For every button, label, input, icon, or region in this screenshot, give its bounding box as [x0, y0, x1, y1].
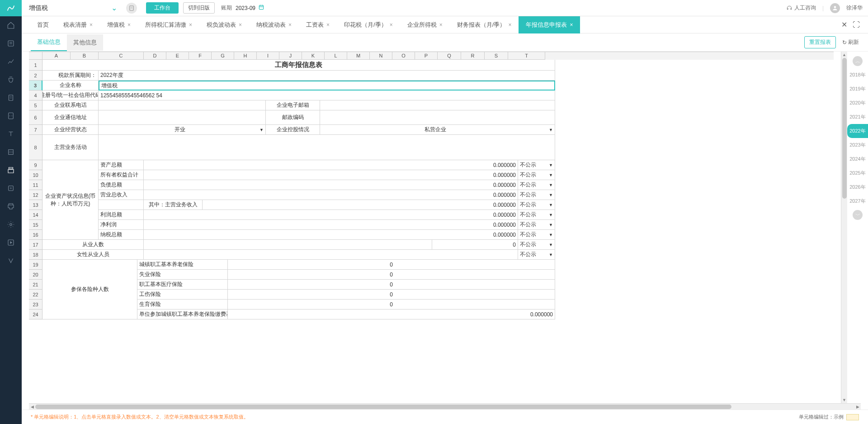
consult-button[interactable]: 人工咨询 — [786, 4, 816, 12]
row-header[interactable]: 8 — [29, 135, 42, 160]
row-header[interactable]: 13 — [29, 200, 42, 210]
user-avatar-icon[interactable] — [830, 3, 840, 13]
col-header[interactable]: E — [166, 52, 189, 60]
year-item[interactable]: 2024年 — [847, 152, 868, 166]
col-header[interactable]: K — [302, 52, 325, 60]
cell[interactable]: 0 — [228, 280, 555, 290]
cell[interactable] — [320, 100, 555, 110]
tab-0[interactable]: 首页 — [30, 16, 56, 33]
scroll-up-icon[interactable]: ▲ — [841, 52, 847, 58]
sidebar-settings-icon[interactable] — [0, 215, 22, 233]
cell[interactable]: 邮政编码 — [266, 110, 320, 125]
select-cell[interactable]: 不公示▼ — [518, 250, 555, 260]
cell[interactable]: 0.000000 — [144, 180, 518, 190]
scroll-thumb-v[interactable] — [842, 58, 847, 199]
year-item[interactable]: 2022年 — [847, 124, 868, 138]
cell[interactable] — [144, 250, 518, 260]
row-header[interactable]: 14 — [29, 210, 42, 220]
year-scroll-up-icon[interactable]: ︿ — [853, 56, 863, 66]
row-header[interactable]: 9 — [29, 160, 42, 170]
cell[interactable]: 净利润 — [99, 220, 144, 230]
cell[interactable]: 负债总额 — [99, 180, 144, 190]
col-header[interactable]: L — [325, 52, 347, 60]
cell[interactable] — [99, 200, 144, 210]
row-header[interactable]: 2 — [29, 71, 42, 81]
tabs-close-icon[interactable]: ✕ — [841, 20, 847, 29]
select-cell[interactable]: 私营企业▼ — [320, 125, 555, 135]
row-header[interactable]: 5 — [29, 100, 42, 110]
tab-close-icon[interactable]: × — [288, 22, 292, 28]
sidebar-export-icon[interactable] — [0, 179, 22, 197]
sidebar-tax-icon[interactable] — [0, 143, 22, 161]
cell[interactable]: 主营业务活动 — [42, 135, 99, 160]
col-header[interactable]: R — [461, 52, 485, 60]
row-header[interactable]: 1 — [29, 60, 42, 71]
year-item[interactable]: 2026年 — [847, 180, 868, 194]
cell[interactable]: 失业保险 — [137, 270, 228, 280]
cell[interactable]: 0 — [228, 300, 555, 310]
scroll-left-icon[interactable]: ◀ — [29, 404, 35, 410]
select-cell[interactable]: 不公示▼ — [518, 220, 555, 230]
col-header[interactable]: N — [370, 52, 392, 60]
col-header[interactable]: B — [71, 52, 99, 60]
sidebar-print-icon[interactable] — [0, 197, 22, 215]
year-item[interactable]: 2021年 — [847, 110, 868, 124]
tab-9[interactable]: 财务报表（月/季）× — [450, 16, 519, 33]
year-scroll-down-icon[interactable]: ﹀ — [853, 210, 863, 220]
cell[interactable]: 0.000000 — [228, 310, 555, 319]
tab-close-icon[interactable]: × — [127, 22, 131, 28]
doc-icon[interactable] — [126, 3, 137, 14]
cell[interactable]: 从业人数 — [42, 240, 144, 250]
sidebar-calc-icon[interactable] — [0, 107, 22, 125]
reset-report-button[interactable]: 重置报表 — [804, 36, 836, 48]
cell[interactable]: 0.000000 — [144, 210, 518, 220]
col-header[interactable]: T — [508, 52, 545, 60]
cell[interactable]: 增值税 — [99, 81, 555, 91]
row-header[interactable]: 22 — [29, 290, 42, 300]
cell[interactable]: 0.000000 — [144, 170, 518, 180]
row-header[interactable]: 17 — [29, 240, 42, 250]
col-header[interactable]: A — [42, 52, 71, 60]
cell[interactable] — [320, 110, 555, 125]
cell[interactable]: 其中：主营业务收入 — [144, 200, 203, 210]
cell[interactable]: 企业联系电话 — [42, 100, 99, 110]
sidebar-book-icon[interactable] — [0, 34, 22, 52]
cell[interactable]: 生育保险 — [137, 300, 228, 310]
cell[interactable] — [99, 110, 266, 125]
cell[interactable]: 0.000000 — [144, 220, 518, 230]
row-header[interactable]: 20 — [29, 270, 42, 280]
tab-10[interactable]: 年报信息申报表× — [519, 16, 580, 33]
sidebar-chart-icon[interactable] — [0, 52, 22, 71]
scroll-down-icon[interactable]: ▼ — [841, 397, 847, 403]
refresh-button[interactable]: ↻ 刷新 — [842, 38, 859, 46]
cell[interactable]: 企业名称 — [42, 81, 99, 91]
select-cell[interactable]: 不公示▼ — [518, 200, 555, 210]
col-header[interactable]: H — [234, 52, 257, 60]
select-cell[interactable]: 不公示▼ — [518, 210, 555, 220]
sidebar-jar-icon[interactable] — [0, 71, 22, 89]
row-header[interactable]: 6 — [29, 110, 42, 125]
select-cell[interactable]: 不公示▼ — [518, 180, 555, 190]
year-item[interactable]: 2020年 — [847, 96, 868, 110]
col-header[interactable]: J — [279, 52, 302, 60]
cell[interactable]: 所有者权益合计 — [99, 170, 144, 180]
tab-1[interactable]: 税表清册× — [56, 16, 100, 33]
cell[interactable]: 125545855545546562 54 — [99, 91, 555, 100]
year-item[interactable]: 2019年 — [847, 82, 868, 96]
tab-close-icon[interactable]: × — [90, 22, 93, 28]
cell[interactable]: 0.000000 — [144, 190, 518, 200]
row-header[interactable]: 12 — [29, 190, 42, 200]
cell[interactable]: 工商年报信息表 — [42, 60, 555, 71]
cell[interactable]: 资产总额 — [99, 160, 144, 170]
tab-close-icon[interactable]: × — [326, 22, 330, 28]
cell[interactable]: 纳税总额 — [99, 230, 144, 240]
cell[interactable]: 0 — [228, 290, 555, 300]
col-header[interactable]: I — [257, 52, 279, 60]
tab-close-icon[interactable]: × — [508, 22, 511, 28]
spreadsheet[interactable]: ABCDEFGHIJKLMNOPQRST 1工商年报信息表2税款所属期间：202… — [22, 52, 841, 403]
col-header[interactable]: G — [212, 52, 234, 60]
tab-6[interactable]: 工资表× — [299, 16, 337, 33]
sidebar-home-icon[interactable] — [0, 16, 22, 34]
col-header[interactable]: F — [189, 52, 212, 60]
col-header[interactable]: C — [99, 52, 144, 60]
